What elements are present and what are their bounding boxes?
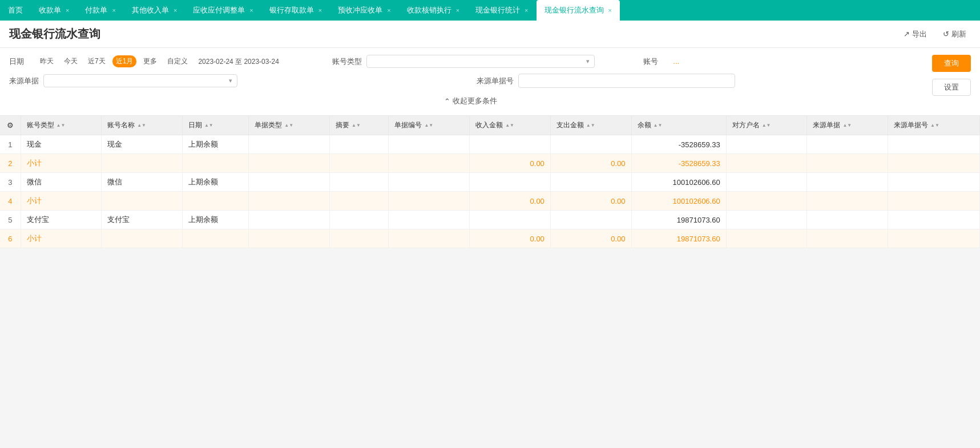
top-nav: 首页 收款单×付款单×其他收入单×应收应付调整单×银行存取款单×预收冲应收单×收… bbox=[0, 0, 980, 21]
nav-tab-7[interactable]: 现金银行统计× bbox=[467, 0, 536, 21]
nav-tab-4[interactable]: 银行存取款单× bbox=[261, 0, 330, 21]
export-button[interactable]: ↗ 导出 bbox=[899, 27, 931, 42]
col-header-doc_type: 单据类型▲▼ bbox=[249, 116, 330, 135]
table-row: 4小计0.000.00100102606.60 bbox=[0, 192, 980, 211]
sort-icon[interactable]: ▲▼ bbox=[424, 123, 433, 128]
collapse-icon: ⌃ bbox=[444, 97, 450, 106]
cell-income bbox=[470, 211, 551, 229]
sort-icon[interactable]: ▲▼ bbox=[842, 123, 852, 128]
date-option-2[interactable]: 近7天 bbox=[84, 55, 109, 67]
date-option-0[interactable]: 昨天 bbox=[37, 55, 57, 67]
nav-tab-8[interactable]: 现金银行流水查询× bbox=[537, 0, 620, 21]
cell-doc_num bbox=[389, 135, 470, 154]
cell-doc_num bbox=[389, 154, 470, 173]
collapse-bar[interactable]: ⌃ 收起更多条件 bbox=[9, 94, 932, 108]
cell-source_doc bbox=[807, 173, 888, 192]
sort-icon[interactable]: ▲▼ bbox=[137, 123, 146, 128]
chevron-down-icon: ▾ bbox=[586, 58, 590, 65]
sort-icon[interactable]: ▲▼ bbox=[204, 123, 213, 128]
action-buttons: 查询 设置 bbox=[932, 55, 971, 96]
nav-tab-5[interactable]: 预收冲应收单× bbox=[330, 0, 398, 21]
source-doc-num-input[interactable] bbox=[518, 74, 735, 88]
cell-balance: 100102606.60 bbox=[631, 173, 726, 192]
cell-counterpart bbox=[726, 173, 807, 192]
page-header: 现金银行流水查询 ↗ 导出 ↺ 刷新 bbox=[0, 21, 980, 48]
refresh-button[interactable]: ↺ 刷新 bbox=[938, 27, 971, 42]
row-num: 3 bbox=[0, 173, 21, 192]
close-tab-icon[interactable]: × bbox=[66, 0, 69, 21]
table-row: 1现金现金上期余额-3528659.33 bbox=[0, 135, 980, 154]
date-label: 日期 bbox=[9, 56, 32, 67]
table-row: 6小计0.000.0019871073.60 bbox=[0, 229, 980, 248]
nav-tab-1[interactable]: 付款单× bbox=[77, 0, 123, 21]
col-header-gear: ⚙ bbox=[0, 116, 21, 135]
date-option-1[interactable]: 今天 bbox=[61, 55, 81, 67]
cell-balance: -3528659.33 bbox=[631, 154, 726, 173]
date-option-5[interactable]: 自定义 bbox=[164, 55, 191, 67]
cell-income: 0.00 bbox=[470, 192, 551, 211]
cell-source_doc_num bbox=[888, 173, 980, 192]
close-tab-icon[interactable]: × bbox=[112, 0, 115, 21]
sort-icon[interactable]: ▲▼ bbox=[505, 123, 514, 128]
date-option-4[interactable]: 更多 bbox=[140, 55, 160, 67]
nav-tab-6[interactable]: 收款核销执行× bbox=[399, 0, 467, 21]
cell-account_name bbox=[102, 192, 183, 211]
query-button[interactable]: 查询 bbox=[932, 55, 971, 72]
cell-doc_type bbox=[249, 154, 330, 173]
sort-icon[interactable]: ▲▼ bbox=[352, 123, 361, 128]
date-range: 2023-02-24 至 2023-03-24 bbox=[198, 57, 279, 67]
header-actions: ↗ 导出 ↺ 刷新 bbox=[899, 27, 971, 42]
sort-icon[interactable]: ▲▼ bbox=[586, 123, 595, 128]
close-tab-icon[interactable]: × bbox=[456, 0, 459, 21]
cell-balance: 19871073.60 bbox=[631, 229, 726, 248]
cell-counterpart bbox=[726, 229, 807, 248]
nav-tab-0[interactable]: 收款单× bbox=[31, 0, 77, 21]
filter-row-1: 日期 昨天今天近7天近1月更多自定义 2023-02-24 至 2023-03-… bbox=[9, 55, 932, 68]
cell-source_doc bbox=[807, 154, 888, 173]
close-tab-icon[interactable]: × bbox=[249, 0, 253, 21]
col-header-date: 日期▲▼ bbox=[182, 116, 248, 135]
sort-icon[interactable]: ▲▼ bbox=[654, 123, 663, 128]
cell-income: 0.00 bbox=[470, 229, 551, 248]
row-num: 4 bbox=[0, 192, 21, 211]
settings-button[interactable]: 设置 bbox=[932, 79, 971, 96]
cell-doc_num bbox=[389, 229, 470, 248]
export-icon: ↗ bbox=[904, 30, 910, 38]
close-tab-icon[interactable]: × bbox=[525, 0, 528, 21]
cell-counterpart bbox=[726, 135, 807, 154]
nav-home[interactable]: 首页 bbox=[0, 0, 31, 21]
cell-date bbox=[182, 192, 248, 211]
close-tab-icon[interactable]: × bbox=[318, 0, 322, 21]
table-row: 5支付宝支付宝上期余额19871073.60 bbox=[0, 211, 980, 229]
cell-expense bbox=[550, 211, 631, 229]
nav-tab-3[interactable]: 应收应付调整单× bbox=[185, 0, 261, 21]
filter-row-2: 来源单据 ▾ 来源单据号 bbox=[9, 74, 932, 88]
sort-icon[interactable]: ▲▼ bbox=[284, 123, 293, 128]
cell-date bbox=[182, 154, 248, 173]
cell-expense: 0.00 bbox=[550, 154, 631, 173]
col-header-account_name: 账号名称▲▼ bbox=[102, 116, 183, 135]
table-row: 3微信微信上期余额100102606.60 bbox=[0, 173, 980, 192]
sort-icon[interactable]: ▲▼ bbox=[57, 123, 66, 128]
ellipsis-button[interactable]: ... bbox=[671, 57, 681, 66]
nav-tab-2[interactable]: 其他收入单× bbox=[124, 0, 185, 21]
close-tab-icon[interactable]: × bbox=[387, 0, 390, 21]
source-doc-num-label: 来源单据号 bbox=[477, 76, 514, 86]
gear-icon[interactable]: ⚙ bbox=[7, 121, 14, 130]
cell-income: 0.00 bbox=[470, 154, 551, 173]
sort-icon[interactable]: ▲▼ bbox=[762, 123, 771, 128]
col-header-income: 收入金额▲▼ bbox=[470, 116, 551, 135]
date-option-3[interactable]: 近1月 bbox=[112, 55, 137, 67]
cell-balance: -3528659.33 bbox=[631, 135, 726, 154]
close-tab-icon[interactable]: × bbox=[608, 0, 612, 21]
close-tab-icon[interactable]: × bbox=[174, 0, 177, 21]
sort-icon[interactable]: ▲▼ bbox=[930, 123, 939, 128]
cell-account_name: 微信 bbox=[102, 173, 183, 192]
source-doc-select[interactable]: ▾ bbox=[43, 74, 237, 87]
account-type-select[interactable]: ▾ bbox=[366, 55, 595, 68]
cell-account_name bbox=[102, 154, 183, 173]
cell-account_type: 现金 bbox=[21, 135, 102, 154]
cell-source_doc bbox=[807, 211, 888, 229]
col-header-balance: 余额▲▼ bbox=[631, 116, 726, 135]
table-row: 2小计0.000.00-3528659.33 bbox=[0, 154, 980, 173]
